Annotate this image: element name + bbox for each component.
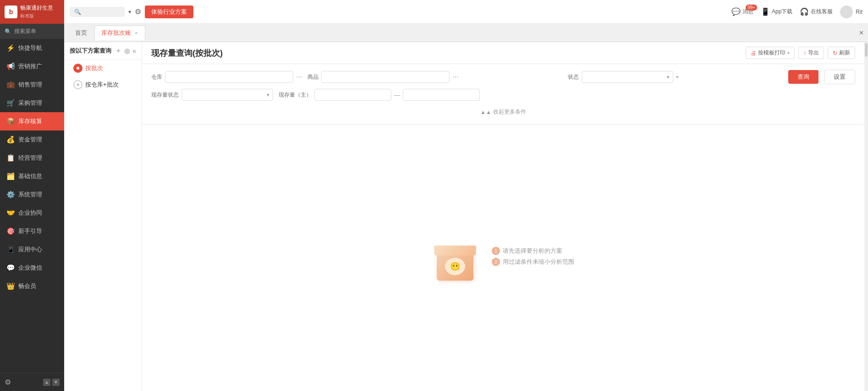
sidebar-item-system[interactable]: ⚙️ 系统管理 — [0, 185, 64, 204]
sidebar-scroll-up[interactable]: ▲ — [43, 379, 50, 386]
sidebar-header: b 畅康通好生意 标准版 — [0, 0, 64, 24]
sidebar-item-label: 基础信息 — [18, 172, 42, 180]
warehouse-dots-icon[interactable]: ··· — [296, 73, 302, 81]
settings-button[interactable]: 设置 — [824, 70, 855, 84]
query-button[interactable]: 查询 — [788, 70, 819, 84]
empty-hint-1: 1 请先选择要分析的方案 — [492, 247, 574, 255]
tab-inventory-batch[interactable]: 库存批次账 × — [94, 26, 145, 40]
shortcut-icon: ⚡ — [6, 44, 15, 52]
sidebar-item-shortcut[interactable]: ⚡ 快捷导航 — [0, 39, 64, 57]
user-avatar-area[interactable]: Rit — [840, 5, 863, 18]
message-icon: 💬 — [731, 7, 741, 16]
empty-box-face: 😶 — [445, 258, 465, 275]
tab-inventory-batch-label: 库存批次账 — [101, 29, 131, 37]
status-select-wrapper — [582, 71, 673, 83]
sidebar-nav: ⚡ 快捷导航 📢 营销推广 💼 销售管理 🛒 采购管理 📦 库存核算 💰 资金管… — [0, 39, 64, 373]
export-button[interactable]: ↑ 导出 — [798, 47, 824, 59]
filter-status: 状态 ▾ — [568, 71, 679, 83]
sidebar-item-label: 应用中心 — [18, 245, 42, 254]
inventory-status-select[interactable] — [181, 89, 273, 101]
empty-hint-2: 2 用过滤条件来缩小分析范围 — [492, 258, 574, 266]
goods-dots-icon[interactable]: ··· — [452, 73, 458, 81]
sidebar-item-sales[interactable]: 💼 销售管理 — [0, 76, 64, 94]
collapse-label: 收起更多条件 — [493, 108, 526, 116]
panel-close-button[interactable]: × — [859, 29, 863, 37]
svg-point-1 — [77, 83, 79, 86]
sidebar-item-operation[interactable]: 📋 经营管理 — [0, 149, 64, 167]
inventory-icon: 📦 — [6, 117, 15, 125]
topbar-search-box[interactable]: 🔍 — [70, 7, 125, 17]
sidebar-item-label: 畅会员 — [18, 282, 36, 290]
sidebar-item-marketing[interactable]: 📢 营销推广 — [0, 57, 64, 76]
page-header: 现存量查询(按批次) 🖨 按模板打印 ▾ ↑ 导出 ↻ — [142, 42, 864, 64]
inventory-qty-to[interactable] — [403, 89, 480, 101]
scheme-settings-icon[interactable]: ◎ — [124, 47, 130, 54]
tab-close-icon[interactable]: × — [134, 29, 138, 37]
app-logo: b — [5, 5, 17, 18]
sidebar-item-label: 资金管理 — [18, 136, 42, 144]
inventory-status-select-wrapper — [181, 89, 273, 101]
inventory-qty-label: 现存量（主） — [279, 91, 312, 99]
sidebar-search[interactable]: 🔍 搜索菜单 — [0, 24, 64, 39]
company-name: 畅康通好生意 — [20, 5, 53, 12]
sales-icon: 💼 — [6, 81, 15, 89]
warehouse-input[interactable] — [165, 71, 293, 83]
collapse-more-conditions[interactable]: ▲▲ 收起更多条件 — [151, 105, 855, 119]
sidebar-item-label: 企业微信 — [18, 264, 42, 272]
empty-state: 😶 1 请先选择要分析的方案 2 用过滤条件来缩小分析范围 — [142, 125, 864, 391]
status-label: 状态 — [568, 73, 579, 81]
message-button[interactable]: 💬 消息 99+ — [731, 7, 753, 16]
sidebar-item-basic[interactable]: 🗂️ 基础信息 — [0, 167, 64, 185]
add-scheme-icon[interactable]: ＋ — [115, 47, 121, 55]
refresh-button[interactable]: ↻ 刷新 — [828, 47, 855, 59]
print-dropdown-icon[interactable]: ▾ — [787, 50, 790, 55]
sidebar-item-newbie[interactable]: 🎯 新手引导 — [0, 222, 64, 240]
right-scrollbar[interactable] — [864, 42, 868, 391]
topbar-gear-icon[interactable]: ⚙ — [135, 7, 141, 16]
status-select[interactable] — [582, 71, 673, 83]
sidebar-scroll-down[interactable]: ▼ — [52, 379, 60, 386]
topbar-dropdown-icon[interactable]: ▾ — [128, 9, 131, 15]
sidebar-item-enterprise[interactable]: 🤝 企业协同 — [0, 204, 64, 222]
user-name: Rit — [856, 9, 863, 15]
scheme-by-batch[interactable]: 按批次 — [64, 60, 142, 76]
content-area: 按以下方案查询 ＋ ◎ « 按批次 — [64, 42, 864, 391]
content-wrapper: 按以下方案查询 ＋ ◎ « 按批次 — [64, 42, 868, 391]
sidebar-item-label: 新手引导 — [18, 227, 42, 235]
sidebar-item-label: 销售管理 — [18, 81, 42, 89]
filter-row-1: 仓库 ··· 商品 ··· 状态 — [151, 70, 855, 84]
sidebar-item-finance[interactable]: 💰 资金管理 — [0, 130, 64, 149]
sidebar-item-purchase[interactable]: 🛒 采购管理 — [0, 94, 64, 112]
settings-footer-icon[interactable]: ⚙ — [5, 378, 11, 386]
collapse-panel-icon[interactable]: « — [132, 47, 136, 54]
filter-inventory-status: 现存量状态 — [151, 89, 273, 101]
goods-input[interactable] — [321, 71, 450, 83]
refresh-icon: ↻ — [833, 50, 837, 56]
operation-icon: 📋 — [6, 154, 15, 162]
app-download-button[interactable]: 📱 App下载 — [761, 7, 792, 16]
print-button[interactable]: 🖨 按模板打印 ▾ — [746, 47, 795, 59]
member-icon: 👑 — [6, 282, 15, 290]
sidebar-item-wechat[interactable]: 💬 企业微信 — [0, 259, 64, 277]
filter-area: 仓库 ··· 商品 ··· 状态 — [142, 64, 864, 125]
hint-num-1: 1 — [492, 247, 500, 255]
refresh-label: 刷新 — [839, 49, 850, 57]
sidebar-item-label: 库存核算 — [18, 117, 42, 125]
filter-inventory-qty: 现存量（主） — — [279, 89, 480, 101]
scheme-inactive-icon — [73, 80, 82, 89]
scheme-by-warehouse-batch[interactable]: 按仓库+批次 — [64, 76, 142, 93]
inventory-qty-from[interactable] — [314, 89, 391, 101]
customer-service-button[interactable]: 🎧 在线客服 — [800, 7, 833, 16]
topbar-right: 💬 消息 99+ 📱 App下载 🎧 在线客服 Rit — [731, 5, 863, 18]
purchase-icon: 🛒 — [6, 99, 15, 107]
sidebar-item-label: 系统管理 — [18, 190, 42, 199]
scheme-by-warehouse-batch-label: 按仓库+批次 — [85, 81, 119, 89]
experience-industry-button[interactable]: 体验行业方案 — [145, 5, 193, 18]
sidebar-item-member[interactable]: 👑 畅会员 — [0, 277, 64, 295]
scheme-active-icon — [73, 64, 82, 73]
sidebar-item-inventory[interactable]: 📦 库存核算 — [0, 112, 64, 130]
page-title: 现存量查询(按批次) — [151, 48, 223, 59]
tab-home[interactable]: 首页 — [69, 26, 93, 40]
scrollbar-thumb — [865, 43, 868, 57]
sidebar-item-app-center[interactable]: 📱 应用中心 — [0, 240, 64, 259]
